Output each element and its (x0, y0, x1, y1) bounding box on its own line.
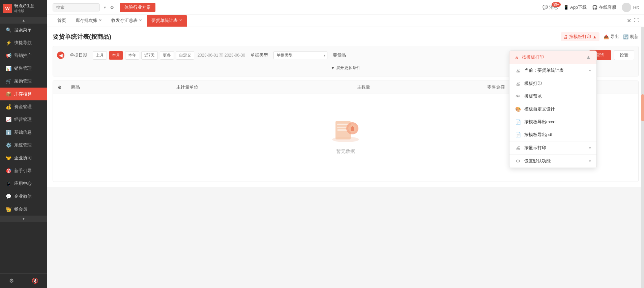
sidebar-item-app-center[interactable]: 📱 应用中心 (0, 177, 47, 190)
dropdown-default-settings-left: ⚙ 设置默认功能 (515, 158, 551, 164)
tab-home[interactable]: 首页 (53, 15, 71, 27)
dropdown-display-print[interactable]: 🖨 按显示打印 ▾ (509, 141, 596, 154)
sidebar-settings-icon[interactable]: ⚙ (6, 276, 17, 285)
dropdown-item-template-excel[interactable]: 📄 按模板导出excel (509, 116, 596, 128)
username-label: Rit (633, 5, 639, 10)
tab-order-stats[interactable]: 要货单统计表 ✕ (147, 15, 187, 27)
purchase-icon: 🛒 (5, 78, 11, 84)
tab-batch-account[interactable]: 库存批次账 ✕ (71, 15, 107, 27)
sidebar-scroll-up[interactable]: ▲ (0, 17, 47, 24)
doc-type-select-wrapper: 单据类型 (273, 51, 327, 59)
sidebar-item-basic-info[interactable]: ℹ️ 基础信息 (0, 126, 47, 139)
user-avatar (622, 3, 631, 12)
date-btn-more[interactable]: 更多 (160, 51, 174, 60)
dropdown-title: 🖨 按模板打印 (515, 54, 544, 60)
dropdown-item-template-preview[interactable]: 👁 模板预览 (509, 90, 596, 103)
sidebar-item-vip[interactable]: 👑 畅会员 (0, 203, 47, 216)
tab-batch-account-close[interactable]: ✕ (99, 18, 102, 23)
print-dropdown-menu: 🖨 按模板打印 ▲ 🖨 当前：要货单统计表 ▾ 🖨 模板打印 👁 模板预览 🎨 … (509, 51, 597, 168)
sidebar-item-marketing[interactable]: 📢 营销推广 (0, 49, 47, 62)
tabs-close-all-btn[interactable]: ✕ (627, 18, 631, 24)
page-toolbar: 🖨 按模板打印 ▲ 📤 导出 🔄 刷新 (561, 32, 639, 41)
dropdown-default-settings[interactable]: ⚙ 设置默认功能 ▾ (509, 155, 596, 167)
svg-rect-3 (337, 127, 347, 128)
vip-icon: 👑 (5, 206, 11, 212)
export-btn[interactable]: 📤 导出 (604, 34, 619, 40)
sidebar-item-enterprise-wechat[interactable]: 💬 企业微信 (0, 190, 47, 203)
sidebar-item-system[interactable]: ⚙️ 系统管理 (0, 139, 47, 152)
sidebar-item-search[interactable]: 🔍 搜索菜单 (0, 24, 47, 36)
export-icon: 📤 (604, 34, 609, 39)
print-template-btn[interactable]: 🖨 按模板打印 ▲ (561, 32, 599, 41)
dropdown-close-btn[interactable]: ▲ (586, 54, 591, 60)
sidebar-item-quick-nav[interactable]: ⚡ 快捷导航 (0, 36, 47, 49)
operations-icon: 📈 (5, 117, 11, 122)
th-setting[interactable]: ⚙ (53, 81, 66, 94)
sidebar-item-finance[interactable]: 💰 资金管理 (0, 100, 47, 113)
svg-rect-2 (337, 124, 349, 125)
beginner-icon: 🎯 (5, 168, 11, 173)
template-print-icon: 🖨 (515, 81, 521, 86)
topbar-user[interactable]: Rit (622, 3, 639, 12)
refresh-icon: 🔄 (623, 34, 628, 39)
sidebar-mute-icon[interactable]: 🔇 (29, 276, 41, 285)
topbar-message[interactable]: 💬 消息 99+ (543, 4, 558, 10)
topbar-app-download[interactable]: 📱 App下载 (563, 4, 587, 10)
page-title-row: 要货单统计表(按商品) 🖨 按模板打印 ▲ 📤 导出 🔄 刷新 (53, 32, 639, 41)
template-excel-icon: 📄 (515, 119, 521, 125)
trial-btn[interactable]: 体验行业方案 (120, 3, 155, 12)
message-badge: 99+ (552, 2, 561, 7)
tabs-right-actions: ✕ ⛶ (627, 18, 639, 24)
sidebar-item-sales[interactable]: 📊 销售管理 (0, 62, 47, 75)
filter-toggle-btn[interactable]: ◀ (57, 52, 64, 59)
date-btn-prev-month[interactable]: 上月 (93, 51, 107, 60)
topbar-dropdown-btn[interactable]: ▾ (104, 5, 106, 10)
refresh-btn[interactable]: 🔄 刷新 (623, 34, 639, 40)
topbar-online-service[interactable]: 🎧 在线客服 (592, 4, 616, 10)
right-scrollbar[interactable] (641, 27, 644, 288)
dropdown-current-template[interactable]: 🖨 当前：要货单统计表 ▾ (509, 64, 596, 77)
marketing-icon: 📢 (5, 53, 11, 58)
doc-type-select[interactable]: 单据类型 (273, 51, 327, 59)
dropdown-item-template-pdf[interactable]: 📄 按模板导出pdf (509, 128, 596, 141)
topbar-settings-icon[interactable]: ⚙ (110, 5, 114, 10)
app-download-icon: 📱 (563, 5, 569, 10)
default-settings-icon: ⚙ (515, 158, 521, 164)
topbar-right: 💬 消息 99+ 📱 App下载 🎧 在线客服 Rit (543, 3, 639, 12)
sidebar-scroll-down[interactable]: ▼ (0, 216, 47, 222)
tab-receipt-summary-close[interactable]: ✕ (139, 18, 142, 23)
date-filter-label: 单据日期 (70, 52, 87, 58)
sidebar-item-inventory[interactable]: 📦 库存核算 (0, 88, 47, 100)
column-settings-icon[interactable]: ⚙ (58, 85, 62, 90)
date-btn-custom[interactable]: 自定义 (176, 51, 194, 60)
topbar: ▾ ⚙ 体验行业方案 💬 消息 99+ 📱 App下载 🎧 在线客服 Rit (47, 0, 644, 15)
inventory-icon: 📦 (5, 91, 11, 97)
sidebar-item-enterprise[interactable]: 🤝 企业协同 (0, 152, 47, 164)
scrollbar-thumb[interactable] (641, 94, 644, 121)
logo-icon: W (3, 4, 12, 13)
date-btn-last-7days[interactable]: 近7天 (141, 51, 158, 60)
logo-text: 畅通好生意 标准版 (14, 3, 34, 13)
date-btn-current-month[interactable]: 本月 (109, 51, 123, 60)
default-settings-chevron: ▾ (589, 159, 591, 163)
tabs-expand-btn[interactable]: ⛶ (634, 18, 639, 24)
sidebar-item-purchase[interactable]: 🛒 采购管理 (0, 75, 47, 88)
setup-btn[interactable]: 设置 (614, 50, 634, 60)
sidebar-item-beginner[interactable]: 🎯 新手引导 (0, 164, 47, 177)
dropdown-item-template-custom[interactable]: 🎨 模板自定义设计 (509, 103, 596, 116)
tab-order-stats-close[interactable]: ✕ (179, 18, 182, 23)
dropdown-section-default-settings: ⚙ 设置默认功能 ▾ (509, 155, 596, 168)
th-unit: 主计量单位 (172, 81, 352, 94)
dropdown-header: 🖨 按模板打印 ▲ (509, 51, 596, 64)
template-preview-icon: 👁 (515, 94, 521, 99)
template-pdf-icon: 📄 (515, 132, 521, 137)
date-btn-current-year[interactable]: 本年 (125, 51, 139, 60)
print-template-icon: 🖨 (563, 34, 568, 39)
dropdown-item-template-print[interactable]: 🖨 模板打印 (509, 77, 596, 90)
enterprise-wechat-icon: 💬 (5, 194, 11, 199)
order-goods-label: 要货品 (333, 52, 346, 58)
sidebar-item-operations[interactable]: 📈 经营管理 (0, 113, 47, 126)
expand-conditions-btn[interactable]: ▼ 展开更多条件 (327, 64, 364, 72)
tab-receipt-summary[interactable]: 收发存汇总表 ✕ (107, 15, 147, 27)
topbar-search-input[interactable] (53, 3, 100, 11)
